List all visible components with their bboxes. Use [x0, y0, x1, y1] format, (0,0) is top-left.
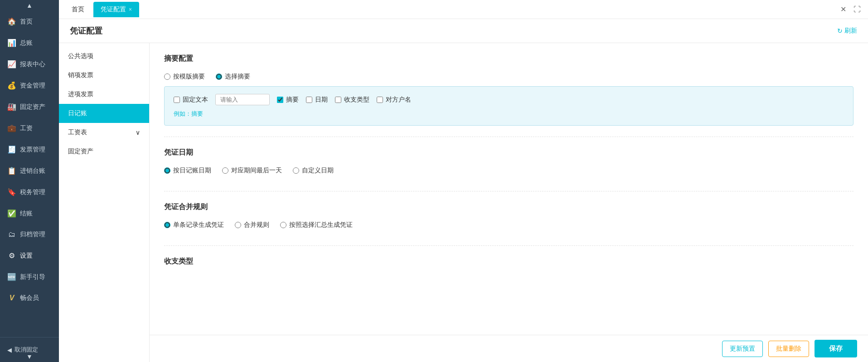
main-area: 首页 凭证配置 × ✕ ⛶ 凭证配置 ↻ 刷新 公共选项	[59, 0, 868, 362]
sidebar-item-assets[interactable]: 🏭 固定资产	[0, 96, 59, 117]
merge-section: 凭证合并规则 单条记录生成凭证 合并规则	[164, 202, 853, 246]
sidebar-item-funds[interactable]: 💰 资金管理	[0, 75, 59, 96]
abstract-radio-template[interactable]: 按模版摘要	[164, 73, 205, 81]
page-title: 凭证配置	[70, 25, 102, 36]
checkout-icon: ✅	[7, 209, 16, 218]
income-expense-section: 收支类型	[164, 257, 853, 286]
fixed-text-input[interactable]	[215, 94, 270, 105]
right-content: 摘要配置 按模版摘要 选择摘要	[150, 43, 868, 335]
inout-icon: 📋	[7, 166, 16, 175]
sidebar-bottom: ◀ 取消固定	[0, 337, 59, 362]
tab-bar: 首页 凭证配置 × ✕ ⛶	[59, 0, 868, 19]
date-section: 凭证日期 按日记账日期 对应期间最后一天	[164, 148, 853, 191]
sidebar-scroll-up[interactable]: ▲	[0, 0, 59, 11]
merge-radio-single[interactable]: 单条记录生成凭证	[164, 221, 224, 229]
abstract-config-box: 固定文本 摘要 日期	[164, 86, 853, 126]
home-icon: 🏠	[7, 17, 16, 26]
left-nav-public[interactable]: 公共选项	[59, 47, 149, 66]
checkbox-counterpart-name[interactable]: 对方户名	[377, 96, 411, 104]
date-radio-group: 按日记账日期 对应期间最后一天 自定义日期	[164, 166, 853, 175]
sidebar-item-tax[interactable]: 🔖 税务管理	[0, 181, 59, 203]
body-layout: 公共选项 销项发票 进项发票 日记账 工资表 ∨ 固定资产	[59, 43, 868, 362]
merge-radio-group: 单条记录生成凭证 合并规则 按照选择汇总生成凭证	[164, 221, 853, 229]
vip-icon: V	[7, 294, 16, 302]
merge-radio-summary[interactable]: 按照选择汇总生成凭证	[280, 221, 353, 229]
sidebar-item-archive[interactable]: 🗂 归档管理	[0, 224, 59, 245]
left-nav-journal[interactable]: 日记账	[59, 104, 149, 123]
checkbox-abstract[interactable]: 摘要	[277, 96, 299, 104]
abstract-section-title: 摘要配置	[164, 54, 853, 64]
sidebar-item-ledger[interactable]: 📊 总账	[0, 32, 59, 54]
left-nav-payroll[interactable]: 工资表 ∨	[59, 123, 149, 142]
funds-icon: 💰	[7, 81, 16, 90]
pin-icon: ◀	[7, 347, 12, 353]
ledger-icon: 📊	[7, 39, 16, 47]
sidebar-item-invoice[interactable]: 🧾 发票管理	[0, 139, 59, 160]
sidebar-item-guide[interactable]: 🆕 新手引导	[0, 266, 59, 288]
bottom-bar: 更新预置 批量删除 保存	[150, 335, 868, 362]
checkbox-date[interactable]: 日期	[306, 96, 328, 104]
date-radio-journal[interactable]: 按日记账日期	[164, 166, 211, 175]
abstract-config-row: 固定文本 摘要 日期	[174, 94, 844, 105]
reports-icon: 📈	[7, 60, 16, 68]
income-expense-title: 收支类型	[164, 257, 853, 266]
left-nav: 公共选项 销项发票 进项发票 日记账 工资表 ∨ 固定资产	[59, 43, 150, 362]
tab-controls: ✕ ⛶	[839, 3, 863, 15]
tab-voucher[interactable]: 凭证配置 ×	[93, 2, 139, 17]
sidebar-item-home[interactable]: 🏠 首页	[0, 11, 59, 32]
salary-icon: 💼	[7, 124, 16, 132]
sidebar-item-reports[interactable]: 📈 报表中心	[0, 54, 59, 75]
checkbox-income-type[interactable]: 收支类型	[335, 96, 369, 104]
date-radio-custom[interactable]: 自定义日期	[293, 166, 334, 175]
save-button[interactable]: 保存	[815, 340, 857, 357]
left-nav-fixed-assets[interactable]: 固定资产	[59, 142, 149, 161]
merge-section-title: 凭证合并规则	[164, 202, 853, 212]
abstract-radio-select[interactable]: 选择摘要	[216, 73, 250, 81]
batch-delete-button[interactable]: 批量删除	[768, 341, 809, 357]
sidebar-item-salary[interactable]: 💼 工资	[0, 117, 59, 139]
sidebar: ▲ 🏠 首页 📊 总账 📈 报表中心 💰 资金管理 🏭 固定资产 💼 工资 🧾 …	[0, 0, 59, 362]
update-preset-button[interactable]: 更新预置	[722, 341, 763, 357]
abstract-section: 摘要配置 按模版摘要 选择摘要	[164, 54, 853, 137]
abstract-example: 例如：摘要	[174, 110, 844, 118]
tax-icon: 🔖	[7, 188, 16, 196]
content-area: 凭证配置 ↻ 刷新 公共选项 销项发票 进项发票 日记账	[59, 19, 868, 362]
assets-icon: 🏭	[7, 103, 16, 111]
merge-radio-merge[interactable]: 合并规则	[235, 221, 269, 229]
guide-icon: 🆕	[7, 273, 16, 281]
tab-home[interactable]: 首页	[64, 2, 92, 17]
close-window-button[interactable]: ✕	[839, 3, 848, 15]
date-radio-period[interactable]: 对应期间最后一天	[222, 166, 282, 175]
left-nav-purchase[interactable]: 进项发票	[59, 85, 149, 104]
expand-icon: ∨	[136, 129, 140, 136]
page-header: 凭证配置 ↻ 刷新	[59, 19, 868, 43]
close-tab-icon[interactable]: ×	[129, 6, 132, 13]
unpin-button[interactable]: ◀ 取消固定	[0, 342, 59, 357]
invoice-icon: 🧾	[7, 145, 16, 154]
sidebar-item-checkout[interactable]: ✅ 结账	[0, 203, 59, 224]
maximize-button[interactable]: ⛶	[852, 3, 863, 15]
refresh-button[interactable]: ↻ 刷新	[837, 27, 857, 35]
date-section-title: 凭证日期	[164, 148, 853, 157]
refresh-icon: ↻	[837, 27, 843, 34]
archive-icon: 🗂	[7, 230, 16, 239]
sidebar-item-settings[interactable]: ⚙ 设置	[0, 245, 59, 266]
sidebar-item-inout[interactable]: 📋 进销台账	[0, 160, 59, 181]
abstract-radio-group: 按模版摘要 选择摘要	[164, 73, 853, 81]
sidebar-item-vip[interactable]: V 畅会员	[0, 288, 59, 308]
settings-icon: ⚙	[7, 251, 16, 260]
checkbox-fixed-text[interactable]: 固定文本	[174, 96, 208, 104]
left-nav-sales[interactable]: 销项发票	[59, 66, 149, 85]
